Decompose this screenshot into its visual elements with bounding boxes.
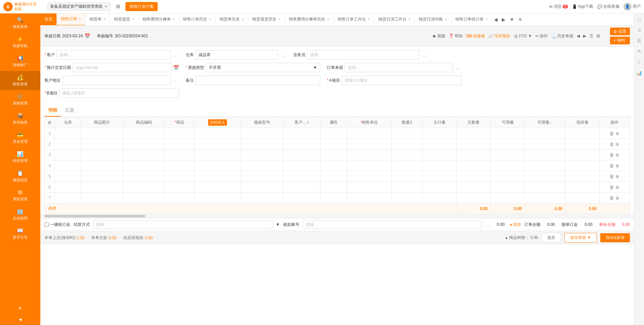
cell-spec[interactable] [241,150,283,160]
operation-button[interactable]: ✏ 操作 [535,33,548,39]
cell-product-name[interactable] [165,160,194,171]
print-button[interactable]: 🖨 打印 ▼ [514,33,532,39]
tab-expense-history[interactable]: 销售费用分摊单历史 × [285,13,334,26]
row-delete-icon[interactable]: 🗑 [609,163,614,168]
cell-main-quantity[interactable] [457,160,491,171]
cell-customer-code[interactable] [283,182,320,193]
cell-sales-unit[interactable] [347,139,391,150]
one-key-checkbox[interactable] [44,222,49,227]
cell-spec[interactable] [241,128,283,139]
row-delete-icon[interactable]: 🗑 [609,131,614,136]
row-copy-icon[interactable]: ⊕ [615,141,619,147]
cell-product-code[interactable] [123,182,164,193]
cell-main-quantity[interactable] [457,171,491,182]
cell-product-code[interactable] [123,150,164,160]
cell-spec[interactable] [241,139,283,150]
tab-next-button[interactable]: ▶ [500,17,507,22]
tab-sales-expense[interactable]: 销售费用分摊单 × [139,13,179,26]
delivery-date-input[interactable] [73,63,172,72]
cell-attribute[interactable] [320,160,347,171]
message-button[interactable]: ✉ 消息 9 [549,4,568,9]
account-select[interactable]: 选择... [303,220,482,229]
cell-quantity2[interactable] [392,128,422,139]
row-delete-icon[interactable]: 🗑 [609,195,614,201]
cell-product-code[interactable] [123,139,164,150]
cell-customer-code[interactable] [283,171,320,182]
cell-sales-unit[interactable] [347,171,391,182]
cell-main-quantity[interactable] [457,193,491,203]
warehouse-input[interactable]: 成品库 [195,50,278,59]
add-payment-button[interactable]: ● 添加 [510,222,521,228]
cell-product-name[interactable] [165,128,194,139]
tab-daily-workbench[interactable]: 钱货日清工作台 × [374,13,415,26]
sidebar-item-operations[interactable]: 📊 经营管理 [0,148,40,167]
tab-close-icon[interactable]: × [79,17,81,21]
cell-sales-unit[interactable] [347,160,391,171]
grid-toggle-button[interactable]: ⊞ [597,34,600,38]
row-copy-icon[interactable]: ⊕ [615,185,619,190]
right-icon-6[interactable]: 📊 [635,69,643,77]
cell-product-name[interactable] [165,139,194,150]
cell-attribute[interactable] [320,150,347,160]
cell-attribute[interactable] [320,139,347,150]
system-selector[interactable]: 装备及固定资产辅助管理系统 ▼ [47,2,111,11]
cell-attribute[interactable] [320,193,347,203]
save-draft-button[interactable]: 保存草稿 ▼ [564,233,597,243]
cell-main-quantity[interactable] [457,128,491,139]
right-icon-1[interactable]: □ [635,15,643,23]
tab-menu-button[interactable]: ▼ [507,17,516,22]
cell-attribute[interactable] [320,171,347,182]
tab-close-icon[interactable]: × [368,17,370,21]
shortcut-button[interactable]: ⌨ 快捷键 [466,33,485,39]
cell-quantity2[interactable] [392,182,422,193]
material-button[interactable]: + 物料 [610,37,630,44]
cell-warehouse[interactable] [55,171,81,182]
cell-main-quantity[interactable] [457,150,491,160]
scroll-thumb[interactable] [44,215,145,217]
sidebar-settings-button[interactable]: ⚙ [0,303,40,314]
cell-quantity2[interactable] [392,193,422,203]
cell-product-code[interactable] [123,193,164,203]
cell-spec[interactable] [241,160,283,171]
cell-sales-unit[interactable] [347,150,391,160]
cell-product-code[interactable] [123,128,164,139]
cell-customer-code[interactable] [283,139,320,150]
tab-sales-invoice-history[interactable]: 销货单历史 × [216,13,248,26]
row-delete-icon[interactable]: 🗑 [609,152,614,158]
tab-close-icon[interactable]: × [445,17,447,21]
cell-product-name[interactable] [165,182,194,193]
sidebar-collapse-button[interactable]: ◀ [0,314,40,325]
tab-sales-order[interactable]: 销售订单 × [57,13,85,26]
cell-customer-code[interactable] [283,193,320,203]
account-dots-button[interactable]: ... [485,222,492,227]
tab-close-icon[interactable]: × [104,17,106,21]
tab-sales-order-history[interactable]: 销售订单历史 × [179,13,216,26]
delivery-calendar-icon[interactable]: 📅 [173,65,179,70]
sidebar-item-marketing[interactable]: 📢 营销推广 [0,52,40,71]
salesperson-dots-button[interactable]: ... [421,52,428,57]
cell-spec[interactable] [241,193,283,203]
tab-daily-reconcile[interactable]: 钱货日清对账 × [415,13,451,26]
help-button[interactable]: ❓ 帮助 [449,33,463,39]
order-source-dots-button[interactable]: ... [455,65,461,70]
sidebar-item-base[interactable]: 📋 基础信息 [0,167,40,186]
nav-prev-button[interactable]: ◀ [577,34,580,38]
cell-product-code[interactable] [123,171,164,182]
right-icon-2[interactable]: ⊙ [635,26,643,34]
tab-summary[interactable]: 汇总 [61,105,78,117]
calendar-icon[interactable]: 📅 [84,33,90,39]
right-icon-4[interactable]: ✎ [635,47,643,55]
row-copy-icon[interactable]: ⊕ [615,195,619,201]
row-copy-icon[interactable]: ⊕ [615,131,619,136]
settlement-select[interactable]: 选择... [93,220,272,229]
tab-close-icon[interactable]: × [173,17,175,21]
right-icon-3[interactable]: ☰ [635,37,643,45]
col-settings[interactable]: ⚙ [45,117,55,128]
cell-warehouse[interactable] [55,193,81,203]
cell-product-name[interactable] [165,150,194,160]
cell-product-code[interactable] [123,160,164,171]
tab-sales-stats[interactable]: 销售订单统计表 × [451,13,492,26]
cell-quantity2[interactable] [392,160,422,171]
cell-attribute[interactable] [320,128,347,139]
cell-warehouse[interactable] [55,160,81,171]
